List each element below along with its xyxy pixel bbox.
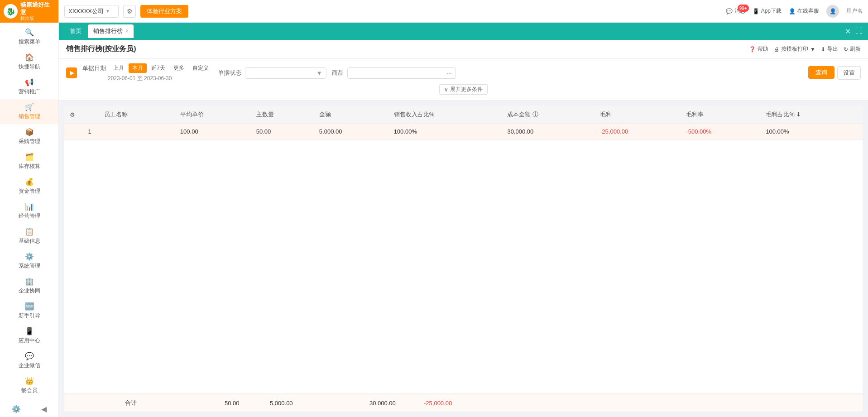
- goods-label: 商品: [332, 69, 344, 77]
- marketing-icon: 📢: [25, 78, 34, 86]
- date-tab-more[interactable]: 更多: [170, 63, 188, 73]
- operation-icon: 📊: [25, 202, 34, 211]
- purchase-icon: 📦: [25, 128, 34, 136]
- row-gross: -25,000.00: [595, 124, 681, 140]
- top-bar-right: 💬 消息 99+ 📱 App下载 👤 在线客服 👤 用户名: [726, 5, 863, 18]
- sidebar-label-guide: 新手引导: [19, 312, 40, 320]
- row-amount: 5,000.00: [314, 124, 388, 140]
- sidebar-label-marketing: 营销推广: [19, 88, 40, 96]
- filter-expand-button[interactable]: ▶: [66, 67, 77, 78]
- tab-sales-ranking-label: 销售排行榜: [93, 27, 123, 35]
- username-display: 用户名: [846, 7, 863, 15]
- sidebar-item-system[interactable]: ⚙️系统管理: [0, 249, 58, 273]
- sidebar-item-apps[interactable]: 📱应用中心: [0, 323, 58, 348]
- date-label: 单据日期: [82, 64, 106, 72]
- sidebar-item-corp[interactable]: 🏢企业协同: [0, 273, 58, 298]
- col-settings[interactable]: ⚙: [64, 106, 81, 124]
- goods-input[interactable]: ···: [347, 67, 456, 79]
- member-icon: 👑: [25, 377, 34, 385]
- sidebar-item-operation[interactable]: 📊经营管理: [0, 199, 58, 224]
- sidebar-item-wechat[interactable]: 💬企业微信: [0, 348, 58, 373]
- sidebar-item-finance[interactable]: 💰资金管理: [0, 174, 58, 199]
- finance-icon: 💰: [25, 177, 34, 186]
- export-label: 导出: [827, 45, 838, 53]
- system-icon: ⚙️: [25, 252, 34, 261]
- message-icon: 💬: [726, 8, 733, 14]
- tab-home[interactable]: 首页: [64, 24, 87, 38]
- tab-fullscreen-icon[interactable]: ⛶: [855, 27, 863, 35]
- sidebar-item-inventory[interactable]: 🗂️库存核算: [0, 149, 58, 174]
- help-button[interactable]: ❓ 帮助: [749, 45, 768, 53]
- sidebar-item-guide[interactable]: 🆕新手引导: [0, 298, 58, 323]
- online-service-button[interactable]: 👤 在线客服: [789, 7, 819, 15]
- tab-close-icon[interactable]: ×: [125, 29, 128, 34]
- row-gross-rate: -500.00%: [681, 124, 760, 140]
- footer-gross: -25,000.00: [418, 400, 473, 407]
- expand-more-label: 展开更多条件: [450, 86, 483, 93]
- setting-button[interactable]: 设置: [837, 66, 861, 80]
- sidebar-label-sales: 销售管理: [19, 113, 40, 120]
- tab-sales-ranking[interactable]: 销售排行榜 ×: [88, 24, 134, 38]
- query-button[interactable]: 查询: [808, 66, 834, 79]
- date-tab-7days[interactable]: 近7天: [148, 63, 169, 73]
- print-button[interactable]: 🖨 按模板打印 ▼: [774, 45, 815, 53]
- sidebar-item-sales[interactable]: 🛒销售管理: [0, 99, 58, 124]
- sidebar-item-basic[interactable]: 📋基础信息: [0, 224, 58, 249]
- sidebar-item-marketing[interactable]: 📢营销推广: [0, 74, 58, 99]
- date-tab-custom[interactable]: 自定义: [189, 63, 212, 73]
- company-settings-button[interactable]: ⚙: [123, 5, 136, 18]
- expand-more-button[interactable]: ∨ 展开更多条件: [439, 84, 488, 95]
- sidebar-item-purchase[interactable]: 📦采购管理: [0, 124, 58, 149]
- sidebar-label-inventory: 库存核算: [19, 163, 40, 170]
- online-service-label: 在线客服: [797, 7, 819, 15]
- sidebar-logo: 🐉 畅康通好生意 标准版: [0, 0, 58, 23]
- avatar[interactable]: 👤: [826, 5, 839, 18]
- col-cost: 成本全额 ⓘ: [502, 106, 595, 124]
- sidebar-label-corp: 企业协同: [19, 287, 40, 295]
- export-icon: ⬇: [821, 46, 825, 53]
- sidebar-item-search[interactable]: 🔍搜索菜单: [0, 24, 58, 49]
- status-dropdown-icon: ▼: [317, 70, 322, 77]
- print-icon: 🖨: [774, 46, 779, 53]
- settings-bottom-icon[interactable]: ⚙️: [12, 405, 21, 413]
- sidebar-label-operation: 经营管理: [19, 212, 40, 220]
- table-footer: 合计 50.00 5,000.00 30,000.00 -25,000.00: [64, 393, 863, 412]
- footer-label: 合计: [120, 399, 174, 407]
- footer-cost: 30,000.00: [364, 400, 418, 407]
- app-download-button[interactable]: 📱 App下载: [753, 7, 782, 15]
- sidebar-label-finance: 资金管理: [19, 187, 40, 195]
- guide-icon: 🆕: [25, 302, 34, 311]
- date-tab-last-month[interactable]: 上月: [110, 63, 128, 73]
- date-tab-this-month[interactable]: 本月: [129, 63, 147, 73]
- refresh-label: 刷新: [850, 45, 861, 53]
- table-wrapper: ⚙ 员工名称 平均单价 主数量 全额 销售收入占比% 成本全额 ⓘ 毛利 毛利率…: [59, 101, 868, 417]
- filter-bar: ▶ 单据日期 上月 本月 近7天 更多 自定义 2023-06-01 至 202…: [59, 59, 868, 101]
- trial-button[interactable]: 体验行业方案: [140, 5, 188, 18]
- sidebar-label-quick: 快捷导航: [19, 63, 40, 71]
- app-download-label: App下载: [761, 7, 782, 15]
- status-label: 单据状态: [218, 69, 241, 77]
- quick-icon: 🏠: [25, 53, 34, 62]
- filter-row: ▶ 单据日期 上月 本月 近7天 更多 自定义 2023-06-01 至 202…: [66, 63, 861, 82]
- status-select[interactable]: ▼: [245, 67, 326, 79]
- sidebar-label-basic: 基础信息: [19, 237, 40, 245]
- collapse-icon[interactable]: ◀: [41, 405, 47, 413]
- tab-bar: 首页 销售排行榜 × ✕ ⛶: [59, 23, 868, 40]
- export-button[interactable]: ⬇ 导出: [821, 45, 838, 53]
- col-gross-pct: 毛利占比% ⬇: [760, 106, 863, 124]
- sidebar-item-quick[interactable]: 🏠快捷导航: [0, 49, 58, 74]
- tab-close-window-icon[interactable]: ✕: [845, 27, 851, 36]
- sidebar-label-search: 搜索菜单: [19, 38, 40, 46]
- expand-more-icon: ∨: [444, 86, 448, 93]
- company-selector[interactable]: XXXXXX公司 ▼: [64, 5, 119, 18]
- refresh-button[interactable]: ↻ 刷新: [844, 45, 861, 53]
- col-avg-price: 平均单价: [175, 106, 251, 124]
- sidebar-item-member[interactable]: 👑畅会员: [0, 373, 58, 398]
- col-amount: 全额: [314, 106, 388, 124]
- sidebar-label-apps: 应用中心: [19, 337, 40, 345]
- sidebar-nav: 🔍搜索菜单🏠快捷导航📢营销推广🛒销售管理📦采购管理🗂️库存核算💰资金管理📊经营管…: [0, 23, 58, 401]
- refresh-icon: ↻: [844, 46, 848, 53]
- page-header-actions: ❓ 帮助 🖨 按模板打印 ▼ ⬇ 导出 ↻ 刷新: [749, 45, 861, 53]
- message-button[interactable]: 💬 消息 99+: [726, 7, 745, 15]
- row-cost: 30,000.00: [502, 124, 595, 140]
